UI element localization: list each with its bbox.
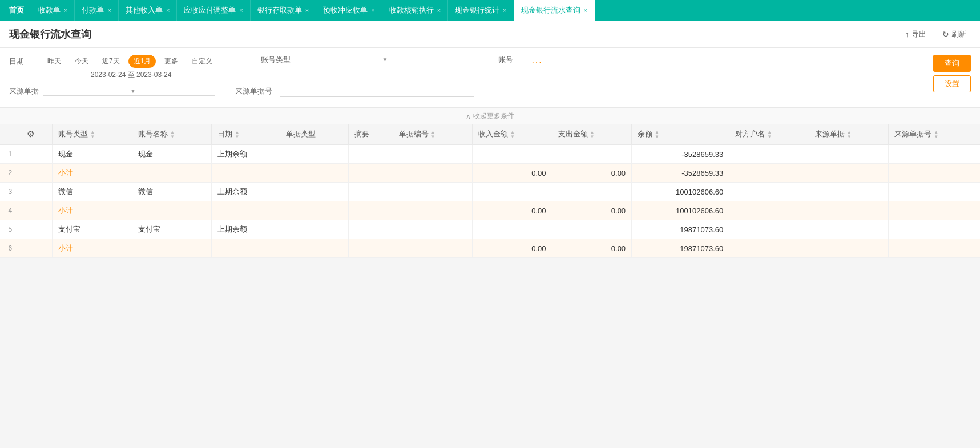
collapse-bar[interactable]: ∧ 收起更多条件 bbox=[0, 108, 980, 124]
cell-doc_type bbox=[280, 201, 349, 220]
col-label-counterpart: 对方户名 bbox=[735, 130, 765, 138]
nav-tab-其他收入单[interactable]: 其他收入单× bbox=[119, 0, 177, 21]
nav-tab-现金银行统计[interactable]: 现金银行统计× bbox=[448, 0, 514, 21]
cell-balance: 19871073.60 bbox=[632, 239, 729, 258]
sort-income[interactable]: ▲▼ bbox=[510, 130, 515, 139]
nav-tab-close[interactable]: × bbox=[107, 7, 111, 14]
cell-expense: 0.00 bbox=[552, 201, 632, 220]
cell-counterpart bbox=[729, 239, 809, 258]
nav-tab-close[interactable]: × bbox=[166, 7, 170, 14]
sort-source_doc[interactable]: ▲▼ bbox=[847, 130, 852, 139]
col-header-source_doc_num[interactable]: 来源单据号▲▼ bbox=[889, 124, 980, 144]
col-label-source_doc: 来源单据 bbox=[815, 130, 845, 138]
source-doc-filter: 来源单据 ▼ bbox=[9, 86, 215, 96]
cell-date bbox=[212, 201, 280, 220]
sort-counterpart[interactable]: ▲▼ bbox=[767, 130, 772, 139]
cell-date: 上期余额 bbox=[212, 183, 280, 201]
page-title: 现金银行流水查询 bbox=[9, 27, 91, 41]
cell-balance: -3528659.33 bbox=[632, 144, 729, 164]
account-more-button[interactable]: ... bbox=[531, 55, 542, 65]
nav-tab-close[interactable]: × bbox=[64, 7, 67, 14]
nav-tab-close[interactable]: × bbox=[503, 7, 506, 14]
cell-counterpart bbox=[729, 183, 809, 201]
cell-source_doc_num bbox=[889, 220, 980, 239]
nav-tab-应收应付调整单[interactable]: 应收应付调整单× bbox=[177, 0, 250, 21]
refresh-button[interactable]: ↻ 刷新 bbox=[938, 27, 971, 42]
col-header-summary: 摘要 bbox=[349, 124, 393, 144]
col-header-date[interactable]: 日期▲▼ bbox=[212, 124, 280, 144]
collapse-up-icon: ∧ bbox=[466, 112, 471, 120]
col-header-doc_num[interactable]: 单据编号▲▼ bbox=[393, 124, 473, 144]
table-row: 6小计0.000.0019871073.60 bbox=[0, 239, 980, 258]
nav-tab-现金银行流水查询[interactable]: 现金银行流水查询× bbox=[514, 0, 595, 21]
date-option-更多[interactable]: 更多 bbox=[159, 55, 183, 68]
cell-doc_num bbox=[393, 239, 473, 258]
col-header-account_type[interactable]: 账号类型▲▼ bbox=[53, 124, 132, 144]
nav-tab-label: 现金银行统计 bbox=[455, 5, 499, 15]
table-body: 1现金现金上期余额-3528659.332小计0.000.00-3528659.… bbox=[0, 144, 980, 258]
date-option-昨天[interactable]: 昨天 bbox=[42, 55, 66, 68]
nav-tab-label: 应收应付调整单 bbox=[184, 5, 236, 15]
nav-home[interactable]: 首页 bbox=[2, 0, 31, 21]
sort-doc_num[interactable]: ▲▼ bbox=[431, 130, 435, 139]
cell-summary bbox=[349, 144, 393, 164]
col-label-income: 收入金额 bbox=[478, 130, 508, 138]
nav-tab-close[interactable]: × bbox=[437, 7, 441, 14]
cell-date: 上期余额 bbox=[212, 144, 280, 164]
cell-expense bbox=[552, 144, 632, 164]
cell-expense: 0.00 bbox=[552, 239, 632, 258]
date-option-今天[interactable]: 今天 bbox=[70, 55, 94, 68]
nav-tab-close[interactable]: × bbox=[305, 7, 309, 14]
settings-button[interactable]: 设置 bbox=[933, 75, 971, 92]
date-option-近1月[interactable]: 近1月 bbox=[128, 55, 156, 68]
col-index bbox=[0, 124, 21, 144]
col-header-counterpart[interactable]: 对方户名▲▼ bbox=[729, 124, 809, 144]
nav-tab-收款单[interactable]: 收款单× bbox=[31, 0, 75, 21]
export-icon: ↑ bbox=[905, 30, 909, 39]
col-header-account_name[interactable]: 账号名称▲▼ bbox=[132, 124, 212, 144]
col-header-source_doc[interactable]: 来源单据▲▼ bbox=[809, 124, 889, 144]
cell-account_type: 微信 bbox=[53, 183, 132, 201]
sort-account_name[interactable]: ▲▼ bbox=[170, 130, 175, 139]
filter-row-2: 来源单据 ▼ 来源单据号 bbox=[9, 86, 933, 97]
gear-icon[interactable]: ⚙ bbox=[27, 129, 34, 139]
sort-source_doc_num[interactable]: ▲▼ bbox=[934, 130, 938, 139]
query-button[interactable]: 查询 bbox=[933, 55, 971, 72]
cell-date: 上期余额 bbox=[212, 220, 280, 239]
nav-tab-银行存取款单[interactable]: 银行存取款单× bbox=[251, 0, 316, 21]
nav-tab-label: 付款单 bbox=[82, 5, 104, 15]
account-type-select[interactable]: ▼ bbox=[295, 55, 466, 64]
nav-tab-close[interactable]: × bbox=[371, 7, 374, 14]
source-doc-select[interactable]: ▼ bbox=[43, 87, 215, 96]
row-num: 5 bbox=[0, 220, 21, 239]
col-header-income[interactable]: 收入金额▲▼ bbox=[473, 124, 552, 144]
nav-home-label: 首页 bbox=[9, 5, 24, 15]
col-header-expense[interactable]: 支出金额▲▼ bbox=[552, 124, 632, 144]
col-label-account_name: 账号名称 bbox=[138, 130, 168, 138]
export-button[interactable]: ↑ 导出 bbox=[901, 27, 931, 42]
cell-account_type: 支付宝 bbox=[53, 220, 132, 239]
nav-tab-收款核销执行[interactable]: 收款核销执行× bbox=[382, 0, 448, 21]
nav-tab-close[interactable]: × bbox=[584, 7, 587, 14]
date-label: 日期 bbox=[9, 56, 38, 67]
sort-date[interactable]: ▲▼ bbox=[235, 130, 239, 139]
cell-income bbox=[473, 183, 552, 201]
source-doc-label: 来源单据 bbox=[9, 86, 39, 96]
date-option-自定义[interactable]: 自定义 bbox=[187, 55, 217, 68]
source-doc-num-input[interactable] bbox=[280, 86, 474, 97]
data-table: ⚙账号类型▲▼账号名称▲▼日期▲▼单据类型摘要单据编号▲▼收入金额▲▼支出金额▲… bbox=[0, 124, 980, 258]
account-label: 账号 bbox=[498, 55, 527, 65]
nav-tab-close[interactable]: × bbox=[239, 7, 243, 14]
date-option-近7天[interactable]: 近7天 bbox=[97, 55, 125, 68]
sort-balance[interactable]: ▲▼ bbox=[655, 130, 659, 139]
nav-tab-预收冲应收单[interactable]: 预收冲应收单× bbox=[316, 0, 382, 21]
col-header-balance[interactable]: 余额▲▼ bbox=[632, 124, 729, 144]
sort-expense[interactable]: ▲▼ bbox=[590, 130, 595, 139]
nav-tab-付款单[interactable]: 付款单× bbox=[75, 0, 118, 21]
cell-summary bbox=[349, 220, 393, 239]
cell-account_name bbox=[132, 239, 212, 258]
export-label: 导出 bbox=[912, 29, 926, 39]
nav-tab-label: 其他收入单 bbox=[126, 5, 163, 15]
sort-account_type[interactable]: ▲▼ bbox=[90, 130, 95, 139]
table-header: ⚙账号类型▲▼账号名称▲▼日期▲▼单据类型摘要单据编号▲▼收入金额▲▼支出金额▲… bbox=[0, 124, 980, 144]
